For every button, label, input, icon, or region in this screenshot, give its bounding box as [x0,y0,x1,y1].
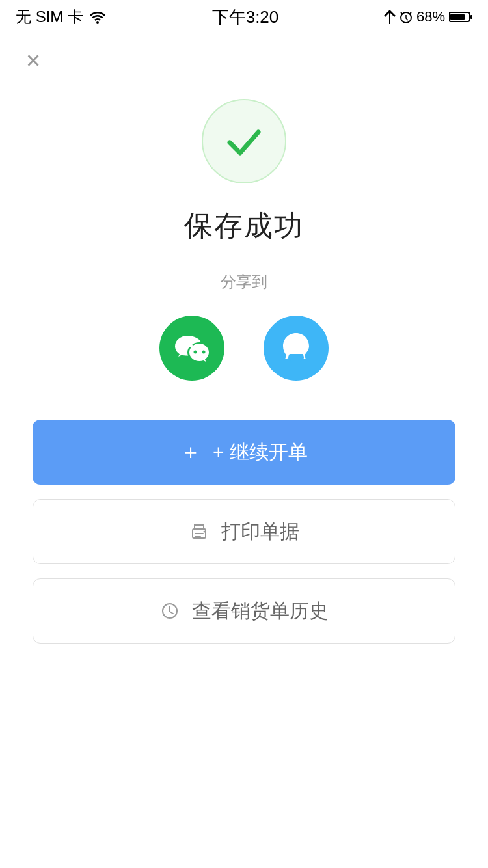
wechat-share-button[interactable] [159,316,224,381]
print-label: 打印单据 [221,519,299,545]
status-bar: 无 SIM 卡 下午3:20 68% [0,0,488,29]
divider-right [280,282,449,282]
history-label: 查看销货单历史 [192,598,329,625]
close-button-area[interactable]: × [0,29,488,86]
actions-section: ＋ + 继续开单 打印单据 查看销货单历史 [0,407,488,644]
no-sim-text: 无 SIM 卡 [16,7,83,27]
plus-icon: ＋ [180,438,201,467]
success-section: 保存成功 [0,86,488,271]
qq-share-button[interactable] [264,316,329,381]
status-right: 68% [384,8,472,25]
qq-icon [277,329,315,367]
svg-rect-2 [470,15,472,19]
svg-rect-10 [195,536,201,537]
close-icon[interactable]: × [26,48,40,73]
svg-point-11 [204,531,206,533]
share-section: 分享到 [0,271,488,407]
print-icon [189,521,210,542]
alarm-icon [400,10,413,24]
status-time: 下午3:20 [212,6,279,29]
svg-rect-9 [195,533,204,534]
continue-label: + 继续开单 [213,439,308,466]
svg-point-7 [202,351,206,354]
svg-point-6 [194,351,197,354]
battery-icon [449,11,472,23]
wechat-icon [173,332,211,364]
history-button[interactable]: 查看销货单历史 [33,578,455,644]
battery-text: 68% [416,8,445,25]
success-title: 保存成功 [184,207,304,245]
share-label: 分享到 [208,271,280,292]
continue-button[interactable]: ＋ + 继续开单 [33,420,455,485]
check-circle [202,99,286,183]
history-icon [159,601,180,621]
print-button[interactable]: 打印单据 [33,499,455,564]
status-left: 无 SIM 卡 [16,7,107,27]
svg-point-4 [180,344,184,347]
divider-left [39,282,208,282]
location-icon [384,10,396,24]
svg-rect-3 [450,14,465,20]
share-icons-row [159,316,329,381]
share-divider: 分享到 [0,271,488,292]
wifi-icon [88,10,107,24]
checkmark-icon [222,119,266,163]
